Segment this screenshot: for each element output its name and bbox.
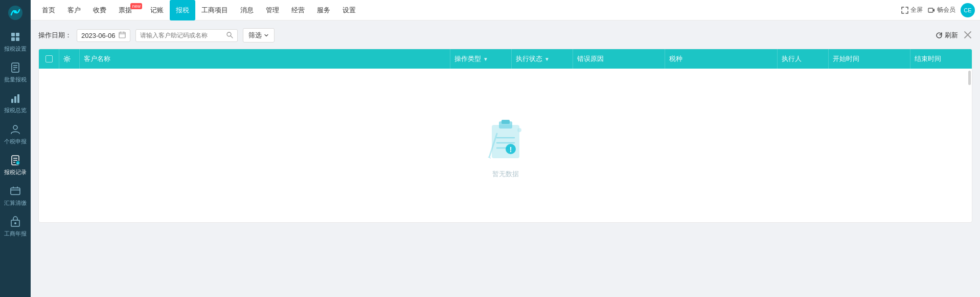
baoshui-zonglian-icon xyxy=(8,91,22,105)
th-kehu-mingcheng: 客户名称 xyxy=(80,49,450,69)
member-label: 畅会员 xyxy=(937,6,955,14)
search-input[interactable] xyxy=(140,32,224,39)
svg-rect-27 xyxy=(119,32,125,38)
search-wrap[interactable] xyxy=(135,29,238,42)
settings-icon xyxy=(63,55,71,62)
close-icon xyxy=(963,30,972,39)
th-settings xyxy=(59,49,80,69)
sidebar-item-piliang-baoshui[interactable]: 批量报税 xyxy=(0,56,31,87)
fullscreen-label: 全屏 xyxy=(910,6,923,14)
table-container: 客户名称 操作类型 ▼ 执行状态 ▼ 错误原因 税种 xyxy=(38,49,972,223)
sidebar-item-geshui-shenbao[interactable]: 个税申报 xyxy=(0,118,31,149)
nav-item-xiaoxi[interactable]: 消息 xyxy=(234,0,260,20)
nav-item-kehu[interactable]: 客户 xyxy=(61,0,87,20)
geshui-shenbao-icon xyxy=(8,122,22,137)
new-badge: new xyxy=(130,3,142,10)
svg-point-25 xyxy=(14,222,16,224)
fullscreen-icon xyxy=(901,7,908,14)
avatar[interactable]: CE xyxy=(961,3,975,17)
top-nav: 首页 客户 收费 票据 new 记账 报税 工商项目 消息 xyxy=(31,0,980,20)
chevron-down-icon xyxy=(264,33,269,38)
th-checkbox[interactable] xyxy=(39,49,59,69)
page-area: 操作日期： 2023-06-06 xyxy=(31,20,980,297)
main-wrapper: 首页 客户 收费 票据 new 记账 报税 工商项目 消息 xyxy=(31,0,980,297)
nav-item-shouye[interactable]: 首页 xyxy=(36,0,61,20)
sidebar-item-baoshui-jilu[interactable]: ! 报税记录 xyxy=(0,149,31,180)
table-body: ! 暂无数据 xyxy=(39,69,972,222)
svg-line-32 xyxy=(231,36,233,38)
huisuan-jiaona-icon xyxy=(8,184,22,198)
video-icon xyxy=(928,7,935,14)
sidebar-label: 报税记录 xyxy=(4,169,27,176)
nav-item-gongshang-xiangmu[interactable]: 工商项目 xyxy=(195,0,234,20)
sidebar-item-huisuan-jiaona[interactable]: 汇算清缴 xyxy=(0,180,31,210)
nav-item-shezhi[interactable]: 设置 xyxy=(336,0,362,20)
scrollbar-thumb[interactable] xyxy=(968,71,971,85)
member-btn[interactable]: 畅会员 xyxy=(928,6,955,14)
fullscreen-btn[interactable]: 全屏 xyxy=(901,6,923,14)
sort-icon: ▼ xyxy=(544,56,550,62)
filter-button[interactable]: 筛选 xyxy=(243,28,275,43)
svg-point-13 xyxy=(13,125,17,130)
svg-rect-3 xyxy=(16,33,19,36)
nav-right: 全屏 畅会员 CE xyxy=(901,3,975,17)
nav-item-baoshui[interactable]: 报税 xyxy=(170,0,195,20)
content: 操作日期： 2023-06-06 xyxy=(31,20,980,297)
svg-text:!: ! xyxy=(17,162,18,165)
th-shuizhong: 税种 xyxy=(665,49,778,69)
nav-item-shoufei[interactable]: 收费 xyxy=(87,0,112,20)
svg-rect-26 xyxy=(928,8,933,12)
th-zhixing-zhuangtai[interactable]: 执行状态 ▼ xyxy=(512,49,573,69)
date-label: 操作日期： xyxy=(38,31,72,40)
th-jieshu-shijian: 结束时间 xyxy=(910,49,972,69)
svg-rect-36 xyxy=(492,125,519,158)
empty-text: 暂无数据 xyxy=(492,169,519,179)
empty-state-icon: ! xyxy=(483,112,529,163)
svg-point-46 xyxy=(517,128,521,132)
filter-btn-label: 筛选 xyxy=(248,31,262,40)
nav-item-piaoju[interactable]: 票据 new xyxy=(112,0,144,20)
sidebar-label: 报税设置 xyxy=(4,46,27,52)
refresh-button[interactable]: 刷新 xyxy=(936,31,958,40)
gongshang-nianbao-icon xyxy=(8,215,22,229)
svg-rect-5 xyxy=(16,37,19,41)
app-logo xyxy=(0,0,31,26)
nav-item-zhang[interactable]: 记账 xyxy=(144,0,170,20)
nav-item-fuwu[interactable]: 服务 xyxy=(311,0,336,20)
table-header: 客户名称 操作类型 ▼ 执行状态 ▼ 错误原因 税种 xyxy=(39,49,972,69)
refresh-icon xyxy=(936,32,943,39)
sidebar-label: 批量报税 xyxy=(4,76,27,83)
th-kaishi-shijian: 开始时间 xyxy=(829,49,910,69)
svg-rect-4 xyxy=(11,37,15,41)
sidebar-label: 汇算清缴 xyxy=(4,200,27,206)
svg-rect-10 xyxy=(11,99,13,103)
refresh-label: 刷新 xyxy=(945,31,958,40)
sidebar-item-gongshang-nianbao[interactable]: 工商年报 xyxy=(0,210,31,241)
date-input-wrap[interactable]: 2023-06-06 xyxy=(77,29,130,42)
svg-text:!: ! xyxy=(509,145,512,154)
nav-item-jingying[interactable]: 经营 xyxy=(285,0,311,20)
svg-point-35 xyxy=(66,58,69,60)
svg-rect-20 xyxy=(11,188,20,195)
nav-item-guanli[interactable]: 管理 xyxy=(260,0,285,20)
th-zhixing-ren: 执行人 xyxy=(778,49,829,69)
select-all-checkbox[interactable] xyxy=(45,55,53,62)
svg-rect-12 xyxy=(17,94,19,103)
sidebar-label: 工商年报 xyxy=(4,230,27,237)
svg-rect-38 xyxy=(502,120,510,124)
sidebar-item-baoshui-zonglian[interactable]: 报税总览 xyxy=(0,87,31,118)
nav-items: 首页 客户 收费 票据 new 记账 报税 工商项目 消息 xyxy=(36,0,901,20)
svg-rect-2 xyxy=(11,33,15,36)
sidebar: 报税设置 批量报税 报税总览 xyxy=(0,0,31,297)
sort-icon: ▼ xyxy=(483,56,488,62)
th-cuowu-yuanyin: 错误原因 xyxy=(573,49,665,69)
sidebar-label: 个税申报 xyxy=(4,138,27,145)
date-value: 2023-06-06 xyxy=(81,32,116,39)
piliang-baoshui-icon xyxy=(8,60,22,75)
svg-point-1 xyxy=(14,10,17,13)
close-button[interactable] xyxy=(963,30,972,41)
sidebar-item-baoshui-shezhi[interactable]: 报税设置 xyxy=(0,26,31,56)
baoshui-shezhi-icon xyxy=(8,30,22,44)
th-caozuo-leixing[interactable]: 操作类型 ▼ xyxy=(450,49,512,69)
calendar-icon xyxy=(119,31,126,40)
